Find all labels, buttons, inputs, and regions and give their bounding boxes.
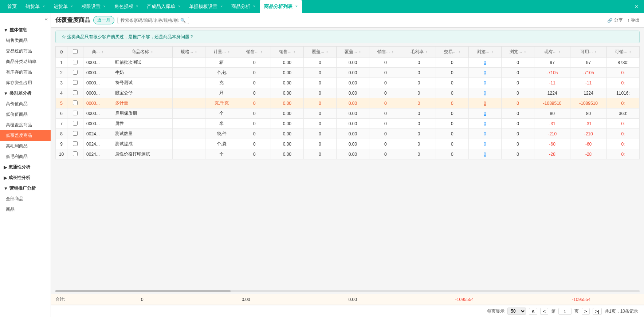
row-checkbox[interactable] bbox=[67, 119, 83, 129]
sidebar-item-category-sales-rate[interactable]: 商品分类动销率 bbox=[0, 56, 51, 67]
close-icon[interactable]: × bbox=[220, 0, 223, 13]
th-current-stock[interactable]: 现有... ↕ bbox=[534, 47, 570, 58]
th-settings[interactable]: ⚙ bbox=[56, 47, 67, 58]
row-current-stock: 80 bbox=[534, 108, 570, 119]
nav-permissions[interactable]: 权限设置 × bbox=[77, 0, 110, 13]
row-checkbox[interactable] bbox=[67, 68, 83, 78]
nav-role-auth[interactable]: 角色授权 × bbox=[110, 0, 143, 13]
row-checkbox[interactable] bbox=[67, 58, 83, 68]
close-icon[interactable]: × bbox=[103, 0, 106, 13]
export-button[interactable]: ↑ 导出 bbox=[627, 17, 640, 23]
th-transaction[interactable]: 交易... ↕ bbox=[436, 47, 468, 58]
th-sales-amt[interactable]: 销售... ↕ bbox=[271, 47, 303, 58]
th-code[interactable]: 商... ↕ bbox=[83, 47, 112, 58]
th-unit[interactable]: 计量... ↕ bbox=[205, 47, 238, 58]
search-input[interactable] bbox=[121, 18, 179, 23]
last-page-button[interactable]: >| bbox=[593, 308, 602, 315]
th-browse2[interactable]: 浏览... ↕ bbox=[501, 47, 534, 58]
totals-current-stock: -1095554 bbox=[455, 297, 474, 302]
row-checkbox[interactable] bbox=[67, 149, 83, 159]
row-browse1[interactable]: 0 bbox=[468, 149, 501, 159]
row-browse1[interactable]: 0 bbox=[468, 88, 501, 98]
sidebar-item-in-stock-products[interactable]: 有库存的商品 bbox=[0, 67, 51, 78]
th-sales-qty[interactable]: 销售... ↕ bbox=[238, 47, 271, 58]
sidebar-item-traded-products[interactable]: 交易过的商品 bbox=[0, 46, 51, 56]
th-available[interactable]: 可用... ↕ bbox=[570, 47, 606, 58]
row-sales-qty: 0 bbox=[238, 139, 271, 149]
nav-product-warehouse[interactable]: 产成品入库单 × bbox=[142, 0, 185, 13]
row-checkbox[interactable] bbox=[67, 129, 83, 139]
row-browse1[interactable]: 0 bbox=[468, 119, 501, 129]
sidebar-item-high-coverage[interactable]: 高覆盖度商品 bbox=[0, 120, 51, 130]
row-gross-margin: 0 bbox=[402, 108, 436, 119]
sidebar-item-high-margin[interactable]: 高毛利商品 bbox=[0, 141, 51, 151]
sidebar-group-marketing[interactable]: ▼ 营销推广分析 bbox=[0, 183, 51, 194]
nav-product-analysis[interactable]: 商品分析 × bbox=[227, 0, 260, 13]
th-sales3[interactable]: 销售... ↕ bbox=[369, 47, 402, 58]
close-icon[interactable]: × bbox=[71, 0, 73, 13]
nav-sales-order[interactable]: 销货单 × bbox=[21, 0, 49, 13]
totals-sales-amt: 0.00 bbox=[242, 297, 250, 302]
row-no: 1 bbox=[56, 58, 67, 68]
row-browse1[interactable]: 0 bbox=[468, 108, 501, 119]
period-button[interactable]: 近一月 bbox=[93, 16, 114, 24]
page-input[interactable] bbox=[558, 308, 572, 315]
th-browse1[interactable]: 浏览... ↕ bbox=[468, 47, 501, 58]
sidebar-item-high-value[interactable]: 高价值商品 bbox=[0, 99, 51, 109]
totals-bar: 合计: 0 0.00 0.00 -1095554 -1095554 bbox=[51, 294, 644, 305]
scrollbar-area[interactable] bbox=[51, 289, 644, 294]
th-spec[interactable]: 规格... ↕ bbox=[172, 47, 205, 58]
sidebar-group-category-analysis[interactable]: ▼ 类别差分析 bbox=[0, 88, 51, 99]
sidebar-item-stock-capital[interactable]: 库存资金占用 bbox=[0, 78, 51, 88]
window-close-button[interactable]: × bbox=[632, 3, 641, 10]
th-name[interactable]: 商品名称 ↕ bbox=[112, 47, 172, 58]
row-checkbox[interactable] bbox=[67, 108, 83, 119]
sidebar-item-new-products[interactable]: 新品 bbox=[0, 204, 51, 215]
per-page-select[interactable]: 50 20 100 200 bbox=[507, 308, 526, 315]
row-checkbox[interactable] bbox=[67, 78, 83, 88]
select-all-checkbox[interactable] bbox=[73, 49, 78, 54]
row-checkbox[interactable] bbox=[67, 98, 83, 108]
nav-home[interactable]: 首页 bbox=[3, 0, 21, 13]
row-browse1[interactable]: 0 bbox=[468, 139, 501, 149]
sidebar-collapse-button[interactable]: « bbox=[0, 13, 51, 25]
close-icon[interactable]: × bbox=[253, 0, 255, 13]
th-check[interactable] bbox=[67, 47, 83, 58]
sidebar-item-sales-products[interactable]: 销售类商品 bbox=[0, 35, 51, 46]
nav-template-settings[interactable]: 单据模板设置 × bbox=[185, 0, 227, 13]
close-icon[interactable]: × bbox=[43, 0, 45, 13]
scrollbar-thumb[interactable] bbox=[55, 290, 231, 292]
row-browse1[interactable]: 0 bbox=[468, 68, 501, 78]
sidebar-item-low-value[interactable]: 低价值商品 bbox=[0, 109, 51, 120]
row-no: 3 bbox=[56, 78, 67, 88]
row-available: -11 bbox=[570, 78, 606, 88]
row-browse1[interactable]: 0 bbox=[468, 78, 501, 88]
row-checkbox[interactable] bbox=[67, 139, 83, 149]
th-coverage2[interactable]: 覆盖... ↕ bbox=[336, 47, 369, 58]
row-no: 9 bbox=[56, 139, 67, 149]
row-browse1[interactable]: 0 bbox=[468, 129, 501, 139]
row-browse1[interactable]: 0 bbox=[468, 98, 501, 108]
prev-page-button[interactable]: < bbox=[540, 308, 548, 315]
row-name: 属性价格打印测试 bbox=[112, 149, 172, 159]
table-area: ⚙ 商... ↕ 商品名称 ↕ 规格... ↕ 计量... ↕ 销售... ↕ … bbox=[51, 46, 644, 289]
sidebar-group-liquidity[interactable]: ▶ 流通性分析 bbox=[0, 162, 51, 173]
th-sellable[interactable]: 可销... ↕ bbox=[606, 47, 639, 58]
sidebar-item-low-margin[interactable]: 低毛利商品 bbox=[0, 151, 51, 162]
next-page-button[interactable]: > bbox=[582, 308, 590, 315]
first-page-button[interactable]: K bbox=[529, 308, 537, 315]
share-button[interactable]: 🔗 分享 bbox=[607, 17, 623, 23]
nav-product-analysis-list[interactable]: 商品分析列表 × bbox=[260, 0, 302, 13]
close-icon[interactable]: × bbox=[136, 0, 138, 13]
close-icon[interactable]: × bbox=[295, 0, 298, 13]
sidebar-item-low-coverage[interactable]: 低覆盖度商品 bbox=[0, 130, 51, 141]
close-icon[interactable]: × bbox=[178, 0, 180, 13]
th-coverage1[interactable]: 覆盖... ↕ bbox=[303, 47, 336, 58]
th-gross-margin[interactable]: 毛利率 ↕ bbox=[402, 47, 436, 58]
row-browse1[interactable]: 0 bbox=[468, 58, 501, 68]
sidebar-group-growth[interactable]: ▶ 成长性分析 bbox=[0, 173, 51, 183]
row-checkbox[interactable] bbox=[67, 88, 83, 98]
sidebar-item-all-products[interactable]: 全部商品 bbox=[0, 194, 51, 204]
nav-purchase-order[interactable]: 进货单 × bbox=[49, 0, 77, 13]
sidebar-group-overall[interactable]: ▼ 整体信息 bbox=[0, 25, 51, 35]
